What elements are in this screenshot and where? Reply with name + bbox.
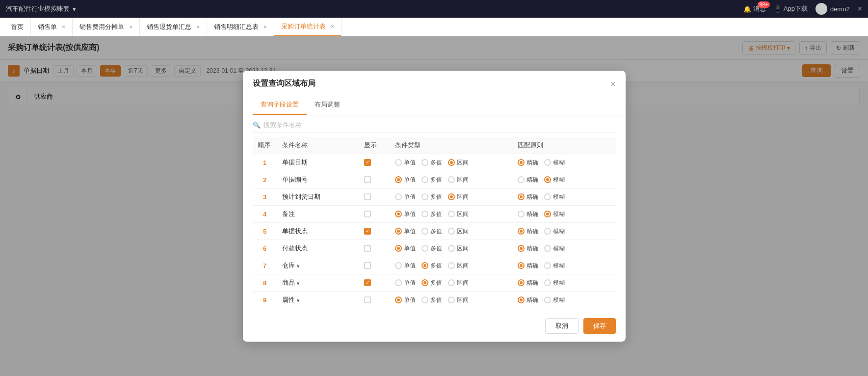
col-header-type: 条件类型 bbox=[390, 137, 513, 154]
tab-close-sales-detail[interactable]: × bbox=[263, 24, 267, 30]
table-row: 5单据状态单值多值区间精确模糊 bbox=[253, 223, 616, 240]
display-checkbox[interactable] bbox=[364, 159, 371, 166]
row-match-cell: 精确模糊 bbox=[513, 171, 615, 188]
match-radio-模糊[interactable]: 模糊 bbox=[544, 210, 565, 218]
type-radio-多值[interactable]: 多值 bbox=[421, 210, 442, 218]
row-order: 1 bbox=[253, 154, 277, 171]
type-radio-多值[interactable]: 多值 bbox=[421, 262, 442, 270]
radio-label: 模糊 bbox=[553, 193, 565, 201]
radio-label: 单值 bbox=[404, 176, 416, 184]
match-radio-模糊[interactable]: 模糊 bbox=[544, 244, 565, 253]
radio-circle bbox=[518, 159, 525, 166]
type-radio-区间[interactable]: 区间 bbox=[448, 296, 469, 304]
type-radio-单值[interactable]: 单值 bbox=[395, 176, 416, 184]
type-radio-单值[interactable]: 单值 bbox=[395, 210, 416, 218]
search-input[interactable] bbox=[263, 121, 616, 129]
save-button[interactable]: 保存 bbox=[583, 318, 616, 334]
match-radio-精确[interactable]: 精确 bbox=[518, 210, 538, 218]
radio-circle bbox=[448, 245, 455, 252]
type-radio-区间[interactable]: 区间 bbox=[448, 210, 469, 218]
tab-home[interactable]: 首页 bbox=[4, 18, 31, 36]
notification-button[interactable]: 🔔 消息 99+ bbox=[743, 4, 766, 13]
type-radio-区间[interactable]: 区间 bbox=[448, 227, 469, 236]
match-radio-精确[interactable]: 精确 bbox=[518, 296, 538, 304]
display-checkbox[interactable] bbox=[364, 211, 371, 217]
type-radio-单值[interactable]: 单值 bbox=[395, 296, 416, 304]
display-checkbox[interactable] bbox=[364, 228, 371, 235]
tab-bar: 首页 销售单 × 销售费用分摊单 × 销售退货单汇总 × 销售明细汇总表 × 采… bbox=[0, 18, 868, 36]
match-radio-模糊[interactable]: 模糊 bbox=[544, 227, 565, 236]
type-radio-单值[interactable]: 单值 bbox=[395, 262, 416, 270]
match-radio-模糊[interactable]: 模糊 bbox=[544, 296, 565, 304]
type-radio-多值[interactable]: 多值 bbox=[421, 193, 442, 201]
type-radio-单值[interactable]: 单值 bbox=[395, 159, 416, 167]
type-radio-多值[interactable]: 多值 bbox=[421, 176, 442, 184]
match-radio-模糊[interactable]: 模糊 bbox=[544, 262, 565, 270]
tab-close-sales-order[interactable]: × bbox=[62, 24, 65, 30]
cancel-button[interactable]: 取消 bbox=[545, 318, 579, 334]
tab-purchase-order[interactable]: 采购订单统计表 × bbox=[274, 18, 342, 36]
match-radio-模糊[interactable]: 模糊 bbox=[544, 279, 565, 287]
type-radio-区间[interactable]: 区间 bbox=[448, 262, 469, 270]
tab-sales-detail[interactable]: 销售明细汇总表 × bbox=[207, 18, 274, 36]
match-radio-精确[interactable]: 精确 bbox=[518, 227, 538, 236]
download-button[interactable]: 📱 App下载 bbox=[774, 4, 808, 13]
tab-layout-adjust[interactable]: 布局调整 bbox=[307, 95, 348, 115]
row-match-cell: 精确模糊 bbox=[513, 257, 615, 274]
type-radio-区间[interactable]: 区间 bbox=[448, 159, 469, 167]
display-checkbox[interactable] bbox=[364, 262, 371, 269]
match-radio-精确[interactable]: 精确 bbox=[518, 262, 538, 270]
modal-table-scroll: 顺序 条件名称 显示 条件类型 匹配原则 1单据日期单值多值区间精确模糊2单据编… bbox=[253, 137, 616, 304]
tab-sales-order[interactable]: 销售单 × bbox=[31, 18, 73, 36]
radio-label: 区间 bbox=[457, 262, 469, 270]
radio-circle bbox=[544, 176, 551, 183]
radio-label: 精确 bbox=[526, 210, 538, 218]
tab-close-purchase-order[interactable]: × bbox=[331, 23, 334, 30]
app-title: 汽车配件行业模拟账套 bbox=[6, 4, 70, 13]
tab-close-sales-return[interactable]: × bbox=[196, 24, 200, 30]
row-display-cell bbox=[359, 223, 390, 240]
display-checkbox[interactable] bbox=[364, 245, 371, 252]
match-radio-模糊[interactable]: 模糊 bbox=[544, 193, 565, 201]
display-checkbox[interactable] bbox=[364, 296, 371, 303]
match-radio-精确[interactable]: 精确 bbox=[518, 176, 538, 184]
radio-label: 精确 bbox=[526, 227, 538, 236]
display-checkbox[interactable] bbox=[364, 279, 371, 286]
row-order: 2 bbox=[253, 171, 277, 188]
user-area[interactable]: demo2 bbox=[815, 3, 850, 15]
match-radio-精确[interactable]: 精确 bbox=[518, 159, 538, 167]
type-radio-多值[interactable]: 多值 bbox=[421, 279, 442, 287]
modal-close-button[interactable]: × bbox=[610, 80, 616, 88]
display-checkbox[interactable] bbox=[364, 193, 371, 200]
type-radio-区间[interactable]: 区间 bbox=[448, 244, 469, 253]
tab-sales-return[interactable]: 销售退货单汇总 × bbox=[140, 18, 207, 36]
row-type-cell: 单值多值区间 bbox=[390, 240, 513, 257]
avatar bbox=[815, 3, 827, 15]
match-radio-模糊[interactable]: 模糊 bbox=[544, 176, 565, 184]
top-close-button[interactable]: × bbox=[858, 4, 862, 13]
tab-sales-expense[interactable]: 销售费用分摊单 × bbox=[73, 18, 140, 36]
tab-query-fields[interactable]: 查询字段设置 bbox=[253, 95, 307, 115]
match-radio-精确[interactable]: 精确 bbox=[518, 279, 538, 287]
type-radio-多值[interactable]: 多值 bbox=[421, 244, 442, 253]
match-radio-精确[interactable]: 精确 bbox=[518, 193, 538, 201]
page-area: 采购订单统计表(按供应商) 🖨 按模板打印 ▾ ↑ 导出 ↻ 刷新 › 单据日期… bbox=[0, 36, 868, 376]
display-checkbox[interactable] bbox=[364, 176, 371, 183]
type-radio-多值[interactable]: 多值 bbox=[421, 159, 442, 167]
type-radio-单值[interactable]: 单值 bbox=[395, 227, 416, 236]
type-radio-区间[interactable]: 区间 bbox=[448, 279, 469, 287]
type-radio-区间[interactable]: 区间 bbox=[448, 193, 469, 201]
row-match-cell: 精确模糊 bbox=[513, 154, 615, 171]
radio-label: 单值 bbox=[404, 279, 416, 287]
top-bar: 汽车配件行业模拟账套 ▾ 🔔 消息 99+ 📱 App下载 demo2 × bbox=[0, 0, 868, 18]
type-radio-单值[interactable]: 单值 bbox=[395, 244, 416, 253]
tab-close-sales-expense[interactable]: × bbox=[129, 24, 132, 30]
type-radio-区间[interactable]: 区间 bbox=[448, 176, 469, 184]
type-radio-多值[interactable]: 多值 bbox=[421, 227, 442, 236]
type-radio-多值[interactable]: 多值 bbox=[421, 296, 442, 304]
match-radio-模糊[interactable]: 模糊 bbox=[544, 159, 565, 167]
radio-label: 区间 bbox=[457, 244, 469, 253]
type-radio-单值[interactable]: 单值 bbox=[395, 193, 416, 201]
type-radio-单值[interactable]: 单值 bbox=[395, 279, 416, 287]
match-radio-精确[interactable]: 精确 bbox=[518, 244, 538, 253]
